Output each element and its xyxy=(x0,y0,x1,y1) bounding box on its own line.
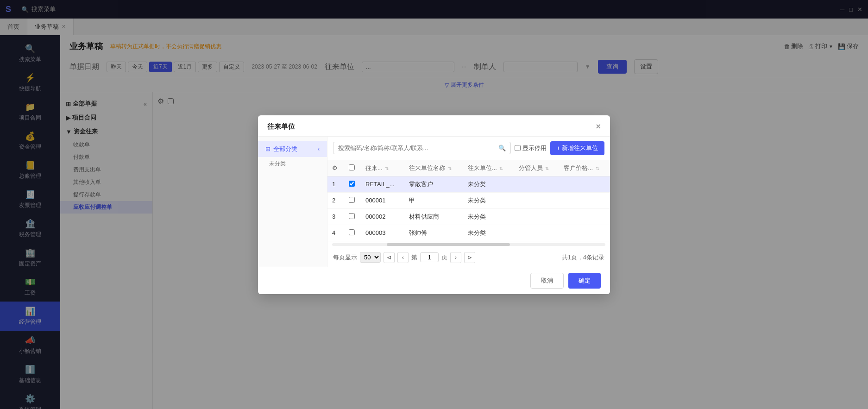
row1-category: 未分类 xyxy=(463,176,514,192)
table-row[interactable]: 2 000001 甲 未分类 xyxy=(327,192,610,208)
modal-toolbar: 🔍 显示停用 + 新增往来单位 xyxy=(327,137,610,160)
per-page-label: 每页显示 xyxy=(333,253,357,262)
modal-search-box: 🔍 xyxy=(333,142,511,154)
th-category[interactable]: 往来单位... ⇅ xyxy=(463,160,514,176)
row2-manager xyxy=(514,192,559,208)
th-price[interactable]: 客户价格... ⇅ xyxy=(559,160,610,176)
page-suffix: 页 xyxy=(441,253,447,262)
modal-close-btn[interactable]: × xyxy=(596,122,601,132)
row3-category: 未分类 xyxy=(463,208,514,225)
th-checkbox[interactable] xyxy=(344,160,361,176)
row4-checkbox[interactable] xyxy=(344,225,361,241)
modal-uncategorized-label: 未分类 xyxy=(269,160,286,167)
row3-name: 材料供应商 xyxy=(404,208,463,225)
modal-table: ⚙ 往来... ⇅ 往来单位名称 ⇅ xyxy=(327,160,610,241)
sort-icon-category: ⇅ xyxy=(499,166,503,171)
th-manager[interactable]: 分管人员 ⇅ xyxy=(514,160,559,176)
page-input[interactable] xyxy=(420,252,439,262)
sort-icon-code: ⇅ xyxy=(385,166,389,171)
modal-all-category[interactable]: ⊞ 全部分类 ‹ xyxy=(258,141,327,157)
row2-price xyxy=(559,192,610,208)
table-row[interactable]: 3 000002 材料供应商 未分类 xyxy=(327,208,610,225)
row2-num: 2 xyxy=(327,192,344,208)
modal-collapse-icon[interactable]: ‹ xyxy=(318,145,320,152)
row1-name: 零散客户 xyxy=(404,176,463,192)
prev-page-btn[interactable]: ‹ xyxy=(397,252,409,263)
row4-code: 000003 xyxy=(361,225,404,241)
row4-category: 未分类 xyxy=(463,225,514,241)
row2-checkbox[interactable] xyxy=(344,192,361,208)
show-disabled-label[interactable]: 显示停用 xyxy=(515,144,547,152)
scrollbar-thumb xyxy=(387,243,510,246)
row1-manager xyxy=(514,176,559,192)
th-code[interactable]: 往来... ⇅ xyxy=(361,160,404,176)
row4-manager xyxy=(514,225,559,241)
row4-price xyxy=(559,225,610,241)
row4-num: 4 xyxy=(327,225,344,241)
row2-code: 000001 xyxy=(361,192,404,208)
show-disabled-checkbox[interactable] xyxy=(515,145,521,151)
row1-num: 1 xyxy=(327,176,344,192)
first-page-btn[interactable]: ⊲ xyxy=(384,252,395,263)
sort-icon-name: ⇅ xyxy=(448,166,452,171)
sort-icon-price: ⇅ xyxy=(596,166,599,171)
modal-search-input[interactable] xyxy=(338,145,496,151)
modal-uncategorized[interactable]: 未分类 xyxy=(258,157,327,170)
modal-left-panel: ⊞ 全部分类 ‹ 未分类 xyxy=(258,137,327,267)
confirm-button[interactable]: 确定 xyxy=(568,273,601,289)
total-records: 共1页，4条记录 xyxy=(562,253,604,262)
pagination: 每页显示 50 ⊲ ‹ 第 页 › ⊳ xyxy=(333,252,475,263)
table-header: ⚙ 往来... ⇅ 往来单位名称 ⇅ xyxy=(327,160,610,176)
select-all-checkbox[interactable] xyxy=(349,164,355,170)
modal-actions: 取消 确定 xyxy=(258,267,610,294)
page-label: 第 xyxy=(411,253,417,262)
row1-code: RETAIL_... xyxy=(361,176,404,192)
table-row[interactable]: 1 RETAIL_... 零散客户 未分类 xyxy=(327,176,610,192)
partner-table: ⚙ 往来... ⇅ 往来单位名称 ⇅ xyxy=(327,160,610,241)
row1-checkbox[interactable] xyxy=(344,176,361,192)
show-disabled-text: 显示停用 xyxy=(522,144,547,152)
modal-footer-bar: 每页显示 50 ⊲ ‹ 第 页 › ⊳ 共1页，4条记录 xyxy=(327,248,610,267)
row3-code: 000002 xyxy=(361,208,404,225)
partner-table-body: 1 RETAIL_... 零散客户 未分类 2 xyxy=(327,176,610,241)
modal-right-panel: 🔍 显示停用 + 新增往来单位 ⚙ xyxy=(327,137,610,267)
modal-title: 往来单位 xyxy=(267,122,295,131)
row3-manager xyxy=(514,208,559,225)
modal-all-category-label: 全部分类 xyxy=(273,145,297,153)
th-name[interactable]: 往来单位名称 ⇅ xyxy=(404,160,463,176)
modal-partner: 往来单位 × ⊞ 全部分类 ‹ 未分类 xyxy=(258,115,610,294)
row3-checkbox[interactable] xyxy=(344,208,361,225)
row4-name: 张帅傅 xyxy=(404,225,463,241)
last-page-btn[interactable]: ⊳ xyxy=(464,252,475,263)
next-page-btn[interactable]: › xyxy=(450,252,461,263)
row2-name: 甲 xyxy=(404,192,463,208)
modal-overlay: 往来单位 × ⊞ 全部分类 ‹ 未分类 xyxy=(0,0,868,409)
sort-icon-manager: ⇅ xyxy=(545,166,549,171)
modal-header: 往来单位 × xyxy=(258,115,610,137)
cancel-button[interactable]: 取消 xyxy=(530,273,564,289)
row3-num: 3 xyxy=(327,208,344,225)
grid-icon-modal: ⊞ xyxy=(265,145,270,152)
row1-price xyxy=(559,176,610,192)
modal-body: ⊞ 全部分类 ‹ 未分类 🔍 显示停用 xyxy=(258,137,610,267)
horizontal-scrollbar[interactable] xyxy=(332,243,605,246)
table-row[interactable]: 4 000003 张帅傅 未分类 xyxy=(327,225,610,241)
per-page-select[interactable]: 50 xyxy=(360,252,381,263)
th-settings[interactable]: ⚙ xyxy=(327,160,344,176)
search-icon-modal: 🔍 xyxy=(498,145,506,151)
row2-category: 未分类 xyxy=(463,192,514,208)
add-partner-btn[interactable]: + 新增往来单位 xyxy=(550,141,604,155)
row3-price xyxy=(559,208,610,225)
